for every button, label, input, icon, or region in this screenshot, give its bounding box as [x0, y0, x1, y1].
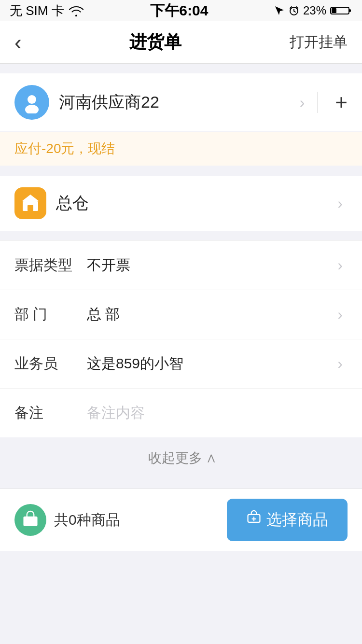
- warehouse-icon-bg: [14, 187, 46, 219]
- warehouse-row[interactable]: 总仓 ›: [0, 176, 362, 231]
- salesman-label: 业务员: [14, 354, 72, 374]
- cart-icon: [21, 510, 40, 530]
- section-gap-1: [0, 64, 362, 73]
- salesman-value: 这是859的小智: [72, 354, 337, 374]
- wifi-icon: [68, 5, 84, 16]
- select-product-button[interactable]: 选择商品: [227, 499, 348, 541]
- status-bar: 无 SIM 卡 下午6:04 23%: [0, 0, 362, 21]
- carrier-text: 无 SIM 卡: [10, 2, 64, 19]
- status-time: 下午6:04: [150, 1, 208, 21]
- svg-rect-9: [23, 517, 37, 526]
- nav-bar: ‹ 进货单 打开挂单: [0, 21, 362, 64]
- status-right: 23%: [274, 4, 352, 17]
- warehouse-svg-icon: [20, 193, 41, 214]
- svg-point-4: [28, 95, 36, 104]
- supplier-row[interactable]: 河南供应商22 › +: [0, 73, 362, 132]
- back-button[interactable]: ‹: [14, 32, 22, 53]
- svg-rect-3: [349, 9, 351, 12]
- department-arrow-icon: ›: [337, 306, 343, 323]
- department-value: 总 部: [72, 305, 337, 324]
- remark-row[interactable]: 备注 备注内容: [0, 388, 362, 437]
- page-title: 进货单: [129, 30, 181, 54]
- supplier-arrow-icon: ›: [300, 94, 305, 112]
- alarm-icon: [289, 5, 299, 16]
- invoice-type-label: 票据类型: [14, 255, 72, 275]
- department-label: 部 门: [14, 305, 72, 324]
- battery-text: 23%: [303, 4, 326, 17]
- status-carrier: 无 SIM 卡: [10, 2, 84, 19]
- warehouse-section[interactable]: 总仓 ›: [0, 176, 362, 231]
- remark-label: 备注: [14, 403, 72, 423]
- warehouse-arrow-icon: ›: [337, 195, 343, 212]
- avatar-icon: [21, 91, 43, 113]
- department-row[interactable]: 部 门 总 部 ›: [0, 290, 362, 339]
- svg-rect-8: [28, 205, 33, 211]
- collapse-label: 收起更多 ∧: [148, 449, 217, 467]
- collapse-button[interactable]: 收起更多 ∧: [0, 437, 362, 479]
- invoice-arrow-icon: ›: [337, 256, 343, 274]
- page-bottom-bg: [0, 551, 362, 644]
- salesman-arrow-icon: ›: [337, 355, 343, 373]
- add-supplier-button[interactable]: +: [335, 90, 348, 114]
- bottom-bar: 共0种商品 选择商品: [0, 489, 362, 551]
- supplier-section: 河南供应商22 › + 应付-20元，现结: [0, 73, 362, 166]
- supplier-avatar: [14, 85, 49, 120]
- product-icon-bg: [14, 504, 46, 536]
- battery-icon: [330, 5, 352, 16]
- supplier-name: 河南供应商22: [59, 91, 300, 113]
- invoice-type-row[interactable]: 票据类型 不开票 ›: [0, 240, 362, 290]
- location-icon: [274, 5, 285, 16]
- section-gap-3: [0, 231, 362, 240]
- select-cart-icon: [246, 510, 262, 526]
- notice-row: 应付-20元，现结: [0, 132, 362, 166]
- invoice-type-value: 不开票: [72, 255, 337, 275]
- product-count: 共0种商品: [54, 510, 227, 530]
- form-section: 票据类型 不开票 › 部 门 总 部 › 业务员 这是859的小智 › 备注 备…: [0, 240, 362, 437]
- warehouse-name: 总仓: [56, 192, 337, 214]
- divider: [317, 92, 318, 113]
- open-pending-button[interactable]: 打开挂单: [290, 32, 348, 52]
- select-product-label: 选择商品: [266, 509, 328, 531]
- svg-rect-2: [332, 8, 336, 13]
- salesman-row[interactable]: 业务员 这是859的小智 ›: [0, 339, 362, 388]
- section-gap-2: [0, 166, 362, 176]
- svg-point-5: [25, 105, 39, 113]
- select-product-icon: [246, 510, 262, 530]
- svg-marker-7: [22, 195, 39, 201]
- remark-input[interactable]: 备注内容: [72, 403, 348, 423]
